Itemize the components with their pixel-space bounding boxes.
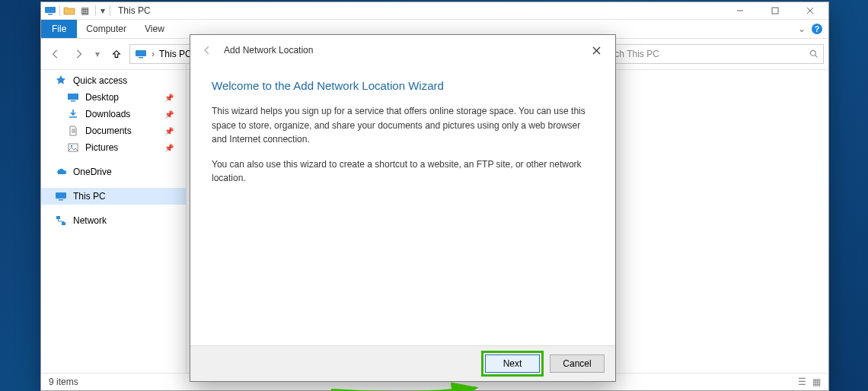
file-tab[interactable]: File [41, 20, 77, 38]
svg-rect-0 [45, 7, 56, 13]
separator [110, 5, 110, 16]
sidebar-item-label: OneDrive [73, 167, 112, 177]
navigation-pane: Quick access Desktop 📌 Downloads 📌 [41, 63, 187, 374]
dialog-body: Welcome to the Add Network Location Wiza… [190, 65, 615, 345]
minimize-button[interactable] [725, 2, 755, 19]
sidebar-item-documents[interactable]: Documents 📌 [41, 122, 186, 139]
svg-rect-10 [68, 94, 78, 100]
help-icon[interactable]: ? [812, 24, 822, 34]
ribbon-expand-icon[interactable]: ⌄ [798, 24, 806, 34]
nav-history-button[interactable]: ▾ [91, 44, 104, 64]
sidebar-item-label: Quick access [73, 75, 127, 86]
svg-point-8 [811, 51, 816, 56]
thispc-icon [44, 5, 56, 17]
status-item-count: 9 items [49, 377, 78, 387]
dialog-paragraph: You can also use this wizard to create a… [212, 157, 592, 186]
documents-icon [67, 125, 79, 137]
svg-line-9 [815, 56, 818, 58]
sidebar-item-pictures[interactable]: Pictures 📌 [41, 139, 186, 156]
tab-view[interactable]: View [136, 20, 174, 38]
window-title: This PC [118, 5, 151, 16]
svg-rect-7 [139, 57, 143, 59]
separator [95, 5, 96, 16]
dialog-paragraph: This wizard helps you sign up for a serv… [212, 104, 592, 147]
desktop-background: ▦ ▾ This PC File Computer View ⌄ ? [0, 0, 868, 391]
quick-access-toolbar: ▦ [44, 5, 91, 17]
pin-icon: 📌 [164, 94, 174, 102]
svg-rect-12 [69, 144, 78, 151]
nav-back-button[interactable] [46, 44, 65, 64]
sidebar-item-label: Documents [85, 126, 132, 136]
desktop-icon [67, 91, 79, 103]
chevron-right-icon[interactable]: › [152, 49, 155, 59]
dialog-title: Add Network Location [224, 45, 313, 56]
dialog-footer: Next Cancel [190, 345, 615, 381]
sidebar-item-label: Desktop [85, 92, 119, 103]
details-view-icon[interactable]: ☰ [798, 377, 806, 387]
downloads-icon [67, 108, 79, 120]
sidebar-item-label: Downloads [85, 109, 130, 119]
nav-forward-button[interactable] [69, 44, 88, 64]
thispc-icon [135, 48, 147, 60]
folder-icon[interactable] [63, 5, 75, 17]
pin-icon: 📌 [164, 144, 174, 152]
sidebar-item-label: This PC [73, 191, 106, 202]
add-network-location-dialog: Add Network Location Welcome to the Add … [190, 34, 616, 382]
sidebar-item-thispc[interactable]: This PC [41, 188, 186, 205]
breadcrumb-text[interactable]: This PC [159, 49, 192, 59]
cancel-button[interactable]: Cancel [550, 354, 605, 373]
sidebar-item-label: Pictures [85, 142, 118, 153]
dialog-close-button[interactable] [585, 41, 608, 59]
sidebar-item-desktop[interactable]: Desktop 📌 [41, 89, 186, 106]
properties-icon[interactable]: ▦ [78, 5, 91, 17]
svg-rect-3 [772, 8, 778, 14]
search-box[interactable]: Search This PC [590, 44, 824, 64]
network-icon [55, 215, 67, 227]
thispc-icon [55, 190, 67, 202]
dialog-titlebar: Add Network Location [190, 35, 615, 65]
pin-icon: 📌 [164, 127, 174, 135]
chevron-down-icon[interactable]: ▾ [101, 5, 105, 16]
next-button[interactable]: Next [485, 354, 540, 373]
dialog-heading: Welcome to the Add Network Location Wiza… [212, 79, 594, 92]
svg-rect-6 [136, 50, 146, 56]
pin-icon: 📌 [164, 110, 174, 119]
svg-rect-16 [56, 216, 60, 219]
svg-point-13 [71, 145, 72, 147]
close-button[interactable] [795, 2, 825, 19]
dialog-back-button[interactable] [198, 41, 216, 59]
nav-up-button[interactable] [107, 44, 126, 64]
sidebar-item-label: Network [73, 215, 107, 226]
tab-computer[interactable]: Computer [77, 20, 136, 38]
svg-rect-11 [71, 100, 75, 102]
sidebar-item-onedrive[interactable]: OneDrive [41, 164, 186, 180]
sidebar-item-network[interactable]: Network [41, 212, 186, 229]
sidebar-item-downloads[interactable]: Downloads 📌 [41, 106, 186, 122]
onedrive-icon [55, 166, 67, 178]
svg-rect-1 [48, 14, 53, 15]
pictures-icon [67, 141, 79, 154]
search-icon [809, 49, 819, 59]
titlebar: ▦ ▾ This PC [41, 2, 828, 20]
star-icon [55, 75, 67, 87]
svg-rect-15 [59, 199, 63, 201]
svg-rect-14 [56, 192, 66, 199]
maximize-button[interactable] [760, 2, 790, 19]
highlight-annotation: Next [481, 351, 544, 377]
svg-rect-17 [62, 222, 65, 225]
tiles-view-icon[interactable]: ▦ [812, 377, 821, 387]
sidebar-quick-access[interactable]: Quick access [41, 72, 186, 89]
separator [59, 5, 60, 16]
